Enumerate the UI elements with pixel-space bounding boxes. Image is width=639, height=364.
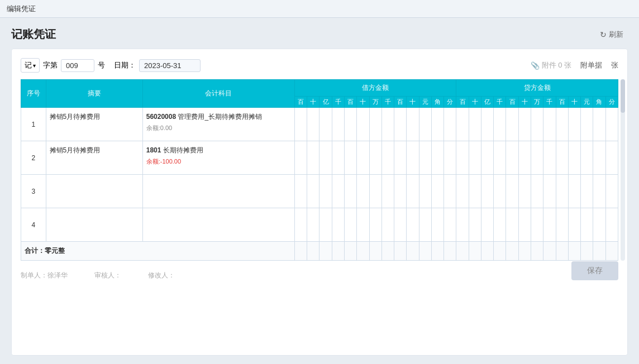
cell-debit-d7[interactable] [369, 175, 382, 208]
cell-credit-d6[interactable] [518, 175, 531, 208]
cell-debit-d8[interactable] [382, 175, 394, 208]
cell-debit-d10[interactable] [407, 175, 419, 208]
cell-debit-d9[interactable] [394, 175, 407, 208]
cell-debit-d4[interactable] [332, 141, 344, 175]
cell-debit-d6[interactable] [357, 208, 369, 242]
cell-account[interactable]: 1801 长期待摊费用余额:-100.00 [142, 141, 294, 175]
cell-credit-d7[interactable] [531, 208, 543, 242]
cell-debit-d3[interactable] [320, 208, 332, 242]
cell-debit-d3[interactable] [320, 108, 332, 141]
cell-summary[interactable] [46, 175, 142, 208]
cell-debit-d2[interactable] [307, 108, 320, 141]
cell-credit-d4[interactable] [494, 208, 506, 242]
cell-credit-d10[interactable] [568, 208, 580, 242]
cell-credit-d13[interactable] [605, 108, 618, 141]
cell-credit-d5[interactable] [506, 208, 518, 242]
cell-debit-d6[interactable] [357, 108, 369, 141]
cell-credit-d5[interactable] [506, 141, 518, 175]
cell-debit-d7[interactable] [369, 208, 382, 242]
cell-credit-d1[interactable] [456, 108, 469, 141]
cell-credit-d1[interactable] [456, 141, 469, 175]
save-button[interactable]: 保存 [571, 261, 618, 280]
cell-debit-d12[interactable] [431, 208, 444, 242]
cell-credit-d2[interactable] [469, 175, 481, 208]
refresh-button[interactable]: ↻ 刷新 [595, 27, 628, 42]
cell-summary[interactable]: 摊销5月待摊费用 [46, 141, 142, 175]
cell-credit-d11[interactable] [581, 141, 593, 175]
cell-credit-d1[interactable] [456, 208, 469, 242]
cell-credit-d9[interactable] [556, 175, 568, 208]
cell-debit-d2[interactable] [307, 141, 320, 175]
cell-debit-d11[interactable] [419, 208, 431, 242]
cell-credit-d10[interactable] [568, 141, 580, 175]
cell-credit-d13[interactable] [605, 175, 618, 208]
cell-credit-d5[interactable] [506, 175, 518, 208]
cell-credit-d3[interactable] [481, 108, 493, 141]
cell-credit-d12[interactable] [593, 208, 605, 242]
cell-credit-d3[interactable] [481, 141, 493, 175]
cell-debit-d11[interactable] [419, 175, 431, 208]
cell-credit-d8[interactable] [543, 208, 556, 242]
cell-credit-d4[interactable] [494, 108, 506, 141]
cell-summary[interactable] [46, 208, 142, 242]
cell-credit-d6[interactable] [518, 208, 531, 242]
cell-debit-d2[interactable] [307, 175, 320, 208]
scrollbar-track[interactable] [621, 79, 625, 261]
cell-account[interactable]: 56020008 管理费用_长期待摊费用摊销余额:0.00 [142, 108, 294, 141]
cell-credit-d4[interactable] [494, 175, 506, 208]
cell-debit-d7[interactable] [369, 141, 382, 175]
cell-debit-d12[interactable] [431, 108, 444, 141]
cell-debit-d10[interactable] [407, 208, 419, 242]
attachment-link[interactable]: 📎 附件 0 张 [531, 60, 571, 70]
cell-debit-d4[interactable] [332, 175, 344, 208]
cell-credit-d11[interactable] [581, 208, 593, 242]
cell-debit-d1[interactable] [294, 108, 307, 141]
cell-credit-d2[interactable] [469, 108, 481, 141]
cell-debit-d9[interactable] [394, 208, 407, 242]
attach-single-button[interactable]: 附单据 [580, 60, 602, 70]
cell-credit-d7[interactable] [531, 141, 543, 175]
cell-debit-d8[interactable] [382, 108, 394, 141]
table-row[interactable]: 1摊销5月待摊费用56020008 管理费用_长期待摊费用摊销余额:0.00 [21, 108, 618, 141]
date-input[interactable] [139, 59, 201, 72]
cell-credit-d13[interactable] [605, 208, 618, 242]
cell-debit-d5[interactable] [344, 141, 356, 175]
cell-debit-d2[interactable] [307, 208, 320, 242]
cell-debit-d1[interactable] [294, 141, 307, 175]
cell-debit-d13[interactable] [444, 208, 456, 242]
cell-debit-d5[interactable] [344, 108, 356, 141]
cell-debit-d5[interactable] [344, 175, 356, 208]
prefix-select[interactable]: 记 ▾ [21, 58, 40, 73]
cell-credit-d10[interactable] [568, 175, 580, 208]
cell-debit-d11[interactable] [419, 108, 431, 141]
cell-credit-d8[interactable] [543, 108, 556, 141]
scrollbar-thumb[interactable] [621, 79, 625, 113]
cell-debit-d10[interactable] [407, 108, 419, 141]
cell-credit-d9[interactable] [556, 108, 568, 141]
cell-credit-d8[interactable] [543, 175, 556, 208]
cell-debit-d4[interactable] [332, 208, 344, 242]
cell-credit-d11[interactable] [581, 175, 593, 208]
table-row[interactable]: 2摊销5月待摊费用1801 长期待摊费用余额:-100.00 [21, 141, 618, 175]
cell-debit-d6[interactable] [357, 141, 369, 175]
cell-summary[interactable]: 摊销5月待摊费用 [46, 108, 142, 141]
cell-credit-d9[interactable] [556, 141, 568, 175]
table-row[interactable]: 4 [21, 208, 618, 242]
cell-credit-d8[interactable] [543, 141, 556, 175]
cell-debit-d13[interactable] [444, 175, 456, 208]
cell-debit-d3[interactable] [320, 141, 332, 175]
cell-credit-d3[interactable] [481, 208, 493, 242]
cell-credit-d5[interactable] [506, 108, 518, 141]
cell-debit-d11[interactable] [419, 141, 431, 175]
cell-credit-d12[interactable] [593, 141, 605, 175]
cell-credit-d12[interactable] [593, 175, 605, 208]
cell-credit-d7[interactable] [531, 175, 543, 208]
voucher-number-input[interactable] [61, 59, 94, 72]
cell-credit-d13[interactable] [605, 141, 618, 175]
cell-credit-d12[interactable] [593, 108, 605, 141]
cell-credit-d3[interactable] [481, 175, 493, 208]
cell-credit-d2[interactable] [469, 141, 481, 175]
cell-account[interactable] [142, 208, 294, 242]
cell-debit-d7[interactable] [369, 108, 382, 141]
cell-credit-d11[interactable] [581, 108, 593, 141]
